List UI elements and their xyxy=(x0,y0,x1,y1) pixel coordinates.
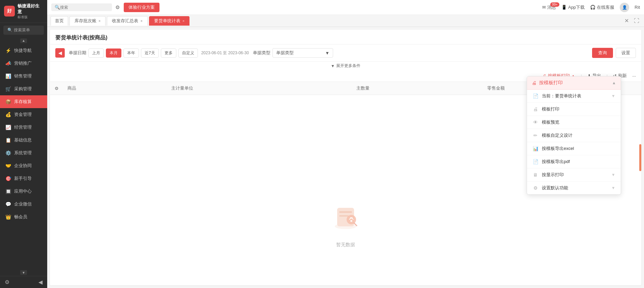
more-options-btn[interactable]: ··· xyxy=(632,73,636,78)
sidebar-item-label-inventory: 库存核算 xyxy=(14,99,32,105)
dropdown-current-template[interactable]: 📄 当前：要货单统计表 ▼ xyxy=(527,90,621,103)
sidebar-item-operation[interactable]: 📈 经营管理 xyxy=(0,121,47,134)
topbar-app-download[interactable]: 📱 App下载 xyxy=(561,4,585,10)
sidebar-item-label-system: 系统管理 xyxy=(14,150,32,156)
system-icon: ⚙️ xyxy=(5,150,11,156)
col-settings[interactable]: ⚙ xyxy=(50,82,63,95)
dropdown-display-print[interactable]: 🖥 按显示打印 ▼ xyxy=(527,168,621,182)
current-template-icon: 📄 xyxy=(532,93,538,99)
service-icon: 🎧 xyxy=(590,5,595,10)
scroll-down-btn[interactable]: ▼ xyxy=(20,270,27,275)
newbie-icon: 🎯 xyxy=(5,176,11,181)
sidebar-settings-btn[interactable]: ⚙ xyxy=(5,279,9,285)
tab-maximize-btn[interactable]: ⛶ xyxy=(633,17,641,25)
default-func-chevron: ▼ xyxy=(611,186,615,190)
sidebar-item-label-cooperation: 企业协同 xyxy=(14,163,32,169)
dropdown-chevron-up-icon: ▲ xyxy=(612,81,616,85)
filter-type-select[interactable]: 单据类型 ▼ xyxy=(272,48,333,58)
topbar-messages[interactable]: ✉ 消息 99+ xyxy=(542,4,556,10)
tab-home[interactable]: 首页 xyxy=(51,16,68,26)
dropdown-header[interactable]: 🖨 按模板打印 ▲ xyxy=(527,76,621,90)
sidebar-item-quick-nav[interactable]: ⚡ 快捷导航 xyxy=(0,44,47,57)
sidebar-item-basic[interactable]: 📋 基础信息 xyxy=(0,134,47,147)
filter-date-current-month[interactable]: 本月 xyxy=(106,49,121,58)
sidebar-search-label: 搜索菜单 xyxy=(14,27,30,33)
dropdown-default-func[interactable]: ⚙ 设置默认功能 ▼ xyxy=(527,182,621,194)
dropdown-print-icon: 🖨 xyxy=(532,80,536,86)
tab-bar: 首页 库存批次账 × 收发存汇总表 × 要货单统计表 × ✕ ⛶ xyxy=(47,15,644,27)
topbar-search-input[interactable] xyxy=(60,5,104,10)
filter-date-more[interactable]: 更多 xyxy=(161,49,176,58)
dropdown-template-excel[interactable]: 📊 按模板导出excel xyxy=(527,142,621,155)
filter-date-year[interactable]: 本年 xyxy=(123,49,139,58)
sidebar-item-label-finance: 资金管理 xyxy=(14,111,32,118)
excel-icon: 📊 xyxy=(532,146,538,151)
page-title: 要货单统计表(按商品) xyxy=(55,34,636,41)
filter-date-custom[interactable]: 自定义 xyxy=(178,49,198,58)
sidebar-item-wechat[interactable]: 💬 企业微信 xyxy=(0,198,47,211)
sidebar-item-apps[interactable]: 🔲 应用中心 xyxy=(0,185,47,198)
tab-receivable-summary-close[interactable]: × xyxy=(140,19,142,23)
dropdown-template-custom-design[interactable]: ✏ 模板自定义设计 xyxy=(527,129,621,142)
settings-button[interactable]: 设置 xyxy=(616,48,636,58)
sidebar-collapse-btn[interactable]: ◀ xyxy=(38,279,42,285)
user-avatar[interactable]: 👤 xyxy=(620,3,629,12)
sidebar-item-inventory[interactable]: 📦 库存核算 xyxy=(0,95,47,108)
print-dropdown-panel: 🖨 按模板打印 ▲ 📄 当前：要货单统计表 ▼ 🖨 模板打印 xyxy=(527,76,621,195)
sidebar-item-newbie[interactable]: 🎯 新手引导 xyxy=(0,172,47,185)
username-label[interactable]: Rit xyxy=(635,5,640,10)
filter-type-placeholder: 单据类型 xyxy=(276,50,294,56)
sidebar-item-label-wechat: 企业微信 xyxy=(14,201,32,207)
tab-receivable-summary[interactable]: 收发存汇总表 × xyxy=(107,16,147,26)
dropdown-header-label: 按模板打印 xyxy=(539,80,563,86)
display-print-icon: 🖥 xyxy=(532,172,538,178)
messages-badge: 99+ xyxy=(550,2,559,7)
col-unit: 主计量单位 xyxy=(167,82,352,95)
tab-order-stats-close[interactable]: × xyxy=(182,19,184,23)
finance-icon: 💰 xyxy=(5,112,11,117)
app-download-icon: 📱 xyxy=(561,5,567,10)
sidebar-item-system[interactable]: ⚙️ 系统管理 xyxy=(0,147,47,159)
sidebar-scroll-up[interactable]: ▲ xyxy=(0,37,47,44)
query-button[interactable]: 查询 xyxy=(592,48,613,58)
current-template-chevron: ▼ xyxy=(611,94,615,98)
filter-date-prev-month[interactable]: 上月 xyxy=(88,49,104,58)
right-scrollbar[interactable] xyxy=(639,144,641,171)
filter-date-7days[interactable]: 近7天 xyxy=(141,49,159,58)
sidebar-item-vip[interactable]: 👑 畅会员 xyxy=(0,211,47,223)
sidebar-item-cooperation[interactable]: 🤝 企业协同 xyxy=(0,159,47,172)
filter-toggle-btn[interactable]: ◀ xyxy=(55,48,65,58)
topbar: 🔍 ⚙ 体验行业方案 ✉ 消息 99+ 📱 App下载 🎧 在线客服 👤 Rit xyxy=(47,0,644,15)
scroll-up-btn[interactable]: ▲ xyxy=(20,38,27,43)
dropdown-template-pdf[interactable]: 📄 按模板导出pdf xyxy=(527,155,621,168)
filter-type-label: 单据类型 xyxy=(253,50,270,56)
sidebar-item-label-sales: 销售管理 xyxy=(14,73,32,79)
tab-batch-account[interactable]: 库存批次账 × xyxy=(69,16,106,26)
filter-expand-btn[interactable]: ▼ 展开更多条件 xyxy=(331,63,360,69)
display-print-label: 按显示打印 xyxy=(542,172,564,178)
tab-close-all-btn[interactable]: ✕ xyxy=(622,17,631,25)
sidebar-item-marketing[interactable]: 📣 营销推广 xyxy=(0,57,47,70)
topbar-gear-icon[interactable]: ⚙ xyxy=(115,4,120,10)
sidebar-item-sales[interactable]: 📊 销售管理 xyxy=(0,70,47,83)
sidebar-scroll-down[interactable]: ▼ xyxy=(0,269,47,276)
sidebar-bottom: ⚙ ◀ xyxy=(0,276,47,288)
dropdown-template-preview[interactable]: 👁 模板预览 xyxy=(527,116,621,129)
filter-more-row: ▼ 展开更多条件 xyxy=(50,62,641,70)
sidebar-item-finance[interactable]: 💰 资金管理 xyxy=(0,108,47,121)
expand-icon: ▼ xyxy=(331,64,335,68)
template-pdf-label: 按模板导出pdf xyxy=(542,159,570,165)
expand-label: 展开更多条件 xyxy=(336,63,360,69)
dropdown-display-left: 🖥 按显示打印 xyxy=(532,172,564,178)
tab-order-stats[interactable]: 要货单统计表 × xyxy=(149,16,189,26)
dropdown-template-print[interactable]: 🖨 模板打印 xyxy=(527,103,621,116)
sidebar-search[interactable]: 🔍 搜索菜单 xyxy=(3,26,44,35)
trial-button[interactable]: 体验行业方案 xyxy=(124,3,159,12)
template-preview-icon: 👁 xyxy=(532,120,538,125)
main-content: 🔍 ⚙ 体验行业方案 ✉ 消息 99+ 📱 App下载 🎧 在线客服 👤 Rit xyxy=(47,0,644,288)
sidebar-item-purchase[interactable]: 🛒 采购管理 xyxy=(0,83,47,95)
tab-batch-account-close[interactable]: × xyxy=(98,19,100,23)
cooperation-icon: 🤝 xyxy=(5,163,11,168)
topbar-search-box[interactable]: 🔍 xyxy=(51,3,112,11)
topbar-online-service[interactable]: 🎧 在线客服 xyxy=(590,4,614,10)
